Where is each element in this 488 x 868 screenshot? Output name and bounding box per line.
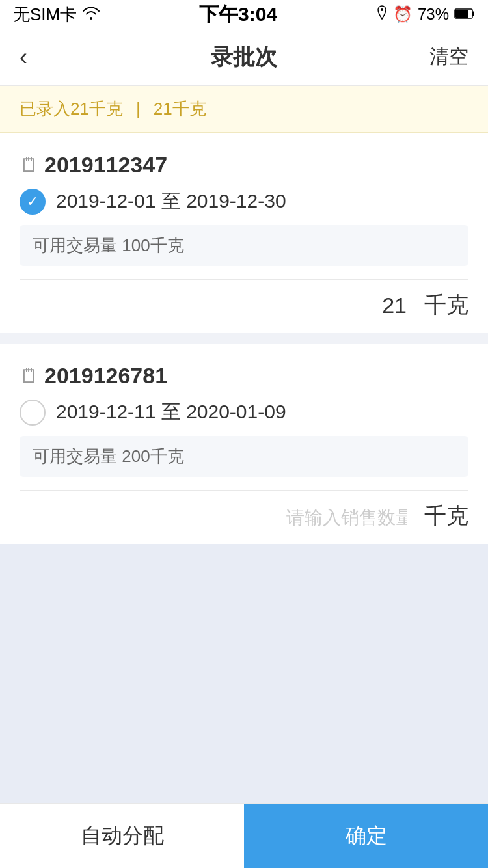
svg-rect-3 [455, 10, 468, 18]
nav-bar: ‹ 录批次 清空 [0, 29, 488, 86]
info-divider: | [136, 99, 141, 119]
status-bar: 无SIM卡 下午3:04 ⏰ 73% [0, 0, 488, 29]
batch-date-row-0[interactable]: ✓ 2019-12-01 至 2019-12-30 [20, 188, 468, 215]
card-separator-0 [0, 333, 488, 344]
unit-label-1: 千克 [424, 501, 468, 531]
batch-header-1: 🗒 2019126781 [20, 363, 468, 388]
qty-input-1[interactable] [286, 504, 416, 529]
radio-1[interactable] [20, 400, 46, 426]
input-row-1: 千克 [20, 490, 468, 544]
batch-card-1: 🗒 2019126781 2019-12-11 至 2020-01-09 可用交… [0, 344, 488, 544]
info-amount: 21千克 [154, 98, 206, 120]
recorded-label: 已录入21千克 [20, 98, 123, 120]
avail-label-1: 可用交易量 200千克 [33, 446, 184, 466]
date-text-0: 2019-12-01 至 2019-12-30 [56, 188, 286, 215]
unit-label-0: 千克 [424, 290, 468, 320]
batch-id-1: 2019126781 [44, 363, 167, 388]
date-text-1: 2019-12-11 至 2020-01-09 [56, 399, 286, 426]
radio-0[interactable]: ✓ [20, 189, 46, 215]
batch-header-0: 🗒 2019112347 [20, 152, 468, 178]
page-content: 🗒 2019112347 ✓ 2019-12-01 至 2019-12-30 可… [0, 133, 488, 868]
footer: 自动分配 确定 [0, 803, 488, 868]
svg-rect-2 [472, 12, 474, 16]
batch-date-row-1[interactable]: 2019-12-11 至 2020-01-09 [20, 399, 468, 426]
carrier-label: 无SIM卡 [13, 3, 77, 26]
input-row-0: 千克 [20, 279, 468, 333]
alarm-icon: ⏰ [393, 5, 413, 23]
back-button[interactable]: ‹ [20, 44, 59, 71]
info-banner: 已录入21千克 | 21千克 [0, 86, 488, 133]
bottom-spacer [0, 544, 488, 817]
auto-distribute-button[interactable]: 自动分配 [0, 804, 244, 868]
qty-input-0[interactable] [286, 293, 416, 318]
location-icon [376, 5, 388, 23]
avail-label-0: 可用交易量 100千克 [33, 236, 184, 255]
clear-button[interactable]: 清空 [429, 44, 468, 70]
page-title: 录批次 [211, 42, 277, 72]
avail-box-0: 可用交易量 100千克 [20, 225, 468, 266]
status-time: 下午3:04 [199, 1, 277, 28]
wifi-icon [82, 5, 100, 25]
confirm-label: 确定 [346, 822, 387, 850]
check-mark-0: ✓ [27, 193, 38, 210]
confirm-button[interactable]: 确定 [244, 804, 488, 868]
avail-box-1: 可用交易量 200千克 [20, 436, 468, 477]
batch-card-0: 🗒 2019112347 ✓ 2019-12-01 至 2019-12-30 可… [0, 133, 488, 333]
doc-icon-1: 🗒 [20, 365, 39, 387]
svg-point-0 [381, 8, 383, 11]
battery-icon [454, 5, 475, 23]
auto-distribute-label: 自动分配 [81, 822, 164, 850]
battery-label: 73% [418, 5, 449, 23]
doc-icon-0: 🗒 [20, 154, 39, 176]
batch-id-0: 2019112347 [44, 152, 167, 178]
